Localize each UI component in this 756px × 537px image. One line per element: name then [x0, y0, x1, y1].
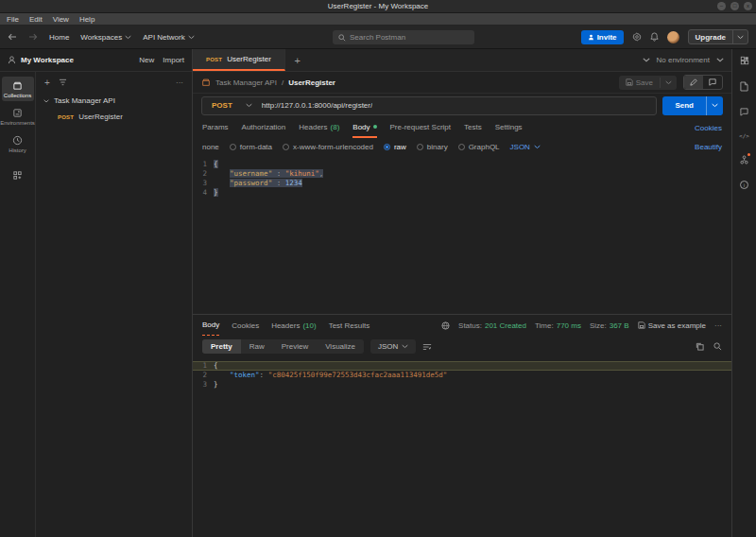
mode-x-www-form-urlencoded[interactable]: x-www-form-urlencoded: [283, 143, 373, 151]
code-snippet-icon[interactable]: </>: [739, 132, 749, 139]
response-language-select[interactable]: JSON: [370, 339, 416, 354]
chevron-down-icon[interactable]: [43, 99, 49, 103]
view-raw-button[interactable]: Raw: [241, 339, 273, 354]
filter-icon[interactable]: [59, 78, 67, 86]
mode-form-data[interactable]: form-data: [230, 143, 272, 151]
tab-tests[interactable]: Tests: [464, 117, 482, 138]
chevron-down-icon: [125, 35, 131, 40]
grid-plus-icon: [12, 170, 23, 181]
tab-list-chevron-icon[interactable]: [643, 58, 650, 62]
environments-icon: [12, 108, 23, 118]
chevron-down-icon[interactable]: [716, 58, 724, 62]
environment-quick-look-icon[interactable]: [740, 56, 749, 65]
cookies-link[interactable]: Cookies: [695, 124, 722, 132]
import-button[interactable]: Import: [163, 56, 184, 64]
minimize-button[interactable]: –: [717, 2, 726, 10]
mode-graphql[interactable]: GraphQL: [458, 143, 500, 151]
tab-headers[interactable]: Headers (8): [299, 117, 339, 138]
view-visualize-button[interactable]: Visualize: [317, 339, 364, 354]
upgrade-chevron[interactable]: [732, 30, 747, 43]
sidebar-item-collections[interactable]: Collections: [2, 77, 34, 101]
language-select[interactable]: JSON: [510, 143, 541, 151]
back-arrow-icon[interactable]: [8, 33, 17, 41]
response-tab-test-results[interactable]: Test Results: [329, 315, 370, 336]
sidebar: My Workspace New Import Collections: [0, 49, 193, 537]
upgrade-button[interactable]: Upgrade: [688, 29, 748, 44]
url-input[interactable]: http://127.0.0.1:8000/api/register/: [262, 101, 372, 110]
mode-raw[interactable]: raw: [384, 143, 406, 151]
collection-name: Task Manager API: [54, 96, 115, 105]
request-item[interactable]: POST UserRegister: [36, 109, 192, 125]
mode-binary[interactable]: binary: [417, 143, 448, 151]
save-as-example-button[interactable]: Save as example: [638, 321, 706, 330]
settings-gear-icon[interactable]: [632, 32, 642, 42]
configure-sidebar-button[interactable]: [2, 166, 34, 183]
tab-params[interactable]: Params: [202, 117, 229, 138]
search-response-icon[interactable]: [713, 342, 722, 351]
sidebar-item-environments[interactable]: Environments: [2, 104, 34, 129]
menu-file[interactable]: File: [7, 15, 19, 24]
sidebar-item-history[interactable]: History: [2, 131, 34, 156]
tab-body[interactable]: Body: [352, 117, 376, 138]
tab-userregister[interactable]: POST UserRegister: [193, 49, 285, 71]
breadcrumb-request[interactable]: UserRegister: [288, 78, 335, 87]
new-tab-button[interactable]: +: [285, 49, 310, 71]
menu-help[interactable]: Help: [79, 15, 94, 24]
info-icon[interactable]: i: [740, 181, 748, 189]
invite-button[interactable]: Invite: [581, 30, 624, 44]
mode-none[interactable]: none: [202, 143, 219, 151]
breadcrumb-collection[interactable]: Task Manager API: [215, 78, 277, 87]
nav-api-network[interactable]: API Network: [143, 33, 194, 42]
workspace-header[interactable]: My Workspace New Import: [0, 49, 192, 72]
comments-icon[interactable]: [703, 76, 722, 89]
request-method-tag: POST: [58, 114, 74, 120]
send-options-chevron[interactable]: [706, 96, 723, 115]
copy-icon[interactable]: [696, 342, 704, 351]
tab-prerequest-script[interactable]: Pre-request Script: [390, 117, 451, 138]
nav-home[interactable]: Home: [49, 33, 69, 42]
globe-icon[interactable]: [441, 321, 450, 330]
new-button[interactable]: New: [139, 56, 154, 64]
radio-icon: [417, 144, 423, 150]
response-tab-body[interactable]: Body: [202, 315, 219, 336]
response-more-button[interactable]: ···: [714, 321, 722, 330]
tab-authorization[interactable]: Authorization: [242, 117, 286, 138]
documentation-icon[interactable]: [740, 81, 748, 92]
chevron-down-icon: [188, 35, 195, 40]
response-tab-cookies[interactable]: Cookies: [232, 315, 259, 336]
menu-edit[interactable]: Edit: [29, 15, 43, 24]
save-options-chevron[interactable]: [660, 78, 677, 88]
radio-icon: [230, 144, 236, 150]
environment-selector[interactable]: No environment: [657, 56, 710, 64]
response-tab-headers[interactable]: Headers (10): [271, 315, 316, 336]
nav-workspaces[interactable]: Workspaces: [80, 33, 131, 42]
response-body-editor[interactable]: 1 { 2 "token": "c80425f150f99e72553d43cf…: [193, 357, 731, 537]
notifications-bell-icon[interactable]: [650, 32, 659, 42]
request-body-editor[interactable]: 1 { 2 "username" : "kihuni", 3 "password…: [193, 156, 731, 315]
forward-arrow-icon[interactable]: [28, 33, 38, 41]
menu-view[interactable]: View: [53, 15, 69, 24]
collection-icon: [201, 78, 211, 87]
history-clock-icon: [12, 135, 23, 146]
wrap-text-icon[interactable]: [422, 343, 432, 351]
view-pretty-button[interactable]: Pretty: [202, 339, 241, 354]
line-number: 4: [193, 188, 214, 198]
edit-pencil-icon[interactable]: [684, 76, 703, 89]
sidebar-rail: Collections Environments History: [0, 72, 36, 537]
beautify-link[interactable]: Beautify: [695, 143, 722, 151]
user-avatar[interactable]: [667, 31, 679, 43]
send-button[interactable]: Send: [662, 96, 723, 115]
radio-icon: [458, 144, 465, 150]
add-collection-button[interactable]: +: [44, 78, 50, 88]
close-button[interactable]: x: [744, 2, 752, 10]
maximize-button[interactable]: □: [730, 2, 739, 10]
tab-settings[interactable]: Settings: [495, 117, 523, 138]
collection-item[interactable]: Task Manager API: [36, 93, 192, 109]
tree-more-button[interactable]: ···: [176, 78, 183, 87]
method-select[interactable]: POST: [202, 101, 262, 110]
view-preview-button[interactable]: Preview: [273, 339, 317, 354]
related-requests-icon[interactable]: [740, 155, 748, 165]
save-button[interactable]: Save: [619, 76, 677, 90]
search-input[interactable]: Search Postman: [333, 30, 474, 44]
comments-icon[interactable]: [740, 108, 748, 116]
